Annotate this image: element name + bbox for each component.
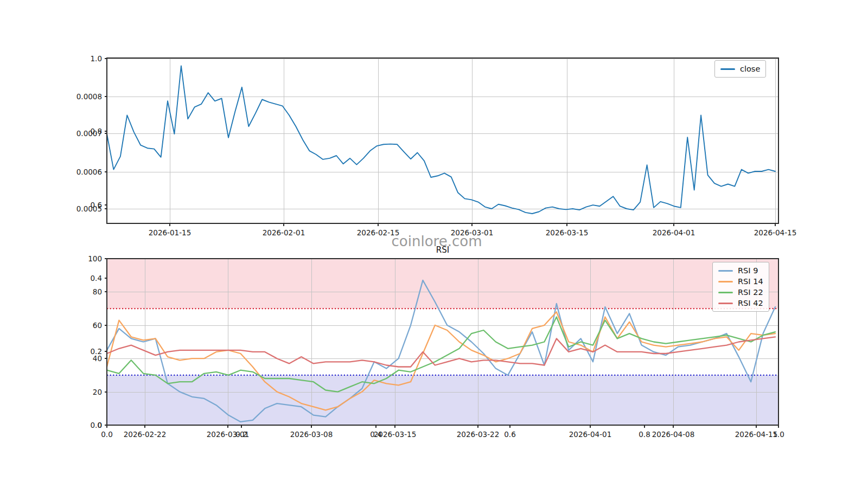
- rsi-x-norm-tick-label: 1.0: [773, 430, 784, 439]
- price-legend-item: close: [720, 63, 760, 74]
- price-x-tick-label: 2026-04-01: [653, 228, 695, 237]
- rsi-x-date-tick-label: 2026-02-22: [124, 430, 166, 439]
- rsi-x-date-tick-label: 2026-03-08: [290, 430, 333, 439]
- price-legend-swatch: [720, 68, 735, 70]
- figure-canvas: 2026-01-152026-02-012026-02-152026-03-01…: [0, 0, 868, 488]
- price-x-tick-label: 2026-04-15: [754, 228, 796, 237]
- overbought-band: [107, 259, 778, 309]
- price-x-tick-label: 2026-02-01: [263, 228, 305, 237]
- rsi-legend-swatch: [718, 292, 733, 293]
- price-x-tick-label: 2026-01-15: [149, 228, 191, 237]
- rsi-x-date-tick-label: 2026-04-15: [735, 430, 777, 439]
- rsi42-line: [107, 337, 775, 367]
- rsi-x-norm-tick-label: 0.2: [235, 430, 247, 439]
- close-line: [107, 66, 775, 214]
- rsi-chart-title: RSI: [416, 245, 470, 255]
- rsi-y-tick-label: 100: [88, 254, 102, 263]
- norm-y-tick-label: 1.0: [91, 54, 102, 63]
- rsi-y-norm-tick-label: 0.0: [91, 421, 102, 429]
- rsi-legend-swatch: [718, 270, 733, 272]
- rsi-legend-item: RSI 14: [718, 276, 763, 287]
- norm-y-tick-label: 0.6: [91, 201, 102, 209]
- rsi-x-date-tick-label: 2026-03-22: [457, 430, 499, 439]
- rsi-y-tick-label: 20: [93, 388, 102, 396]
- rsi-legend-swatch: [718, 281, 733, 282]
- price-y-tick-label: 0.0006: [76, 168, 102, 176]
- price-legend: close: [714, 60, 766, 78]
- axes-frame: [107, 58, 778, 223]
- price-y-tick-label: 0.0008: [76, 92, 102, 101]
- rsi-legend-label: RSI 42: [738, 299, 763, 307]
- rsi-x-norm-tick-label: 0.8: [639, 430, 650, 439]
- rsi-y-norm-tick-label: 0.4: [91, 274, 102, 282]
- rsi-x-date-tick-label: 2026-04-08: [652, 430, 694, 439]
- rsi-legend-label: RSI 14: [738, 277, 763, 286]
- rsi-x-norm-tick-label: 0.0: [101, 430, 112, 439]
- rsi-y-norm-tick-label: 0.2: [91, 347, 102, 356]
- price-legend-label: close: [740, 65, 760, 73]
- rsi-x-date-tick-label: 2026-04-01: [569, 430, 611, 439]
- rsi-legend-item: RSI 22: [718, 287, 763, 298]
- rsi-legend-label: RSI 9: [738, 266, 758, 275]
- rsi-y-tick-label: 80: [93, 287, 102, 296]
- rsi-x-norm-tick-label: 0.4: [370, 430, 381, 439]
- price-x-tick-label: 2026-03-15: [546, 228, 588, 237]
- rsi-legend-item: RSI 42: [718, 298, 763, 309]
- rsi-legend: RSI 9RSI 14RSI 22RSI 42: [712, 262, 769, 312]
- rsi-legend-label: RSI 22: [738, 288, 763, 297]
- rsi-legend-swatch: [718, 303, 733, 304]
- norm-y-tick-label: 0.8: [91, 127, 102, 136]
- rsi-legend-item: RSI 9: [718, 265, 763, 276]
- rsi-x-norm-tick-label: 0.6: [504, 430, 515, 439]
- rsi-y-tick-label: 60: [93, 321, 102, 330]
